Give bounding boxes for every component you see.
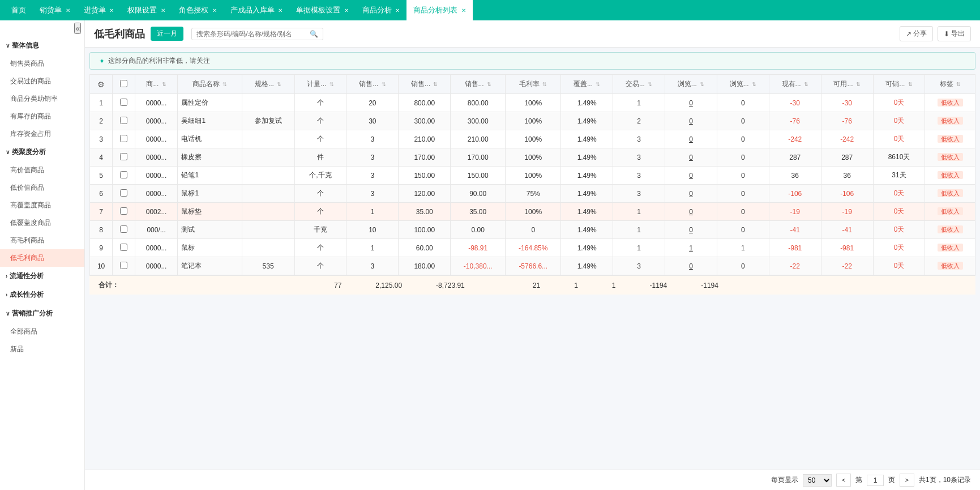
col-unit[interactable]: 计量... ⇅: [294, 75, 346, 94]
sidebar-item-stock-capital[interactable]: 库存资金占用: [0, 125, 84, 143]
row-browse1[interactable]: 0: [665, 130, 717, 148]
sidebar-item-category-rate[interactable]: 商品分类助销率: [0, 90, 84, 108]
sidebar-group-marketing[interactable]: ∨营销推广分析: [0, 304, 84, 323]
row-spec: [242, 203, 294, 221]
sidebar-item-new-products[interactable]: 新品: [0, 340, 84, 358]
row-browse1[interactable]: 0: [665, 148, 717, 167]
sidebar-item-high-profit[interactable]: 高毛利商品: [0, 232, 84, 249]
col-transaction[interactable]: 交易... ⇅: [613, 75, 665, 94]
row-checkbox[interactable]: [113, 185, 135, 203]
sidebar-item-in-stock[interactable]: 有库存的商品: [0, 108, 84, 125]
row-browse1[interactable]: 0: [665, 112, 717, 130]
row-checkbox[interactable]: [113, 148, 135, 167]
row-select-checkbox[interactable]: [120, 171, 127, 178]
row-browse1[interactable]: 0: [665, 257, 717, 275]
nav-role[interactable]: 角色授权 ✕: [172, 0, 224, 20]
sidebar-item-sales-products[interactable]: 销售类商品: [0, 55, 84, 73]
row-unit: 个: [294, 203, 346, 221]
row-select-checkbox[interactable]: [120, 207, 127, 215]
row-coverage: 1.49%: [561, 185, 613, 203]
row-checkbox[interactable]: [113, 94, 135, 112]
row-checkbox[interactable]: [113, 203, 135, 221]
sidebar-item-low-value[interactable]: 低价值商品: [0, 179, 84, 197]
nav-purchase[interactable]: 进货单 ✕: [77, 0, 121, 20]
share-button[interactable]: ↗ 分享: [900, 26, 933, 41]
col-sales-profit[interactable]: 销售... ⇅: [451, 75, 506, 94]
row-select-checkbox[interactable]: [120, 117, 127, 124]
col-spec[interactable]: 规格... ⇅: [242, 75, 294, 94]
row-checkbox[interactable]: [113, 112, 135, 130]
nav-product-analysis-list[interactable]: 商品分析列表 ✕: [406, 0, 473, 20]
row-saleable: 0天: [873, 185, 925, 203]
col-checkbox[interactable]: [113, 75, 135, 94]
row-sales-qty: 10: [346, 221, 399, 239]
select-all-checkbox[interactable]: [120, 80, 127, 87]
search-icon[interactable]: 🔍: [310, 30, 318, 38]
nav-sales[interactable]: 销货单 ✕: [33, 0, 77, 20]
search-input[interactable]: [196, 30, 310, 38]
row-browse1[interactable]: 0: [665, 185, 717, 203]
row-coverage: 1.49%: [561, 94, 613, 112]
row-browse1[interactable]: 0: [665, 167, 717, 185]
sidebar-item-high-value[interactable]: 高价值商品: [0, 161, 84, 179]
table-row: 9 0000... 鼠标 个 1 60.00 -98.91 -164.85% 1…: [90, 239, 975, 257]
filter-month-button[interactable]: 近一月: [151, 27, 183, 41]
total-label: 合计：: [99, 280, 119, 290]
col-browse2[interactable]: 浏览... ⇅: [717, 75, 769, 94]
row-checkbox[interactable]: [113, 167, 135, 185]
sidebar-item-low-coverage[interactable]: 低覆盖度商品: [0, 214, 84, 232]
row-select-checkbox[interactable]: [120, 135, 127, 142]
nav-permissions[interactable]: 权限设置 ✕: [121, 0, 172, 20]
row-checkbox[interactable]: [113, 257, 135, 275]
sidebar-item-all-products[interactable]: 全部商品: [0, 323, 84, 340]
row-saleable: 0天: [873, 112, 925, 130]
nav-template[interactable]: 单据模板设置 ✕: [289, 0, 356, 20]
nav-product-analysis[interactable]: 商品分析 ✕: [356, 0, 407, 20]
col-available[interactable]: 可用... ⇅: [821, 75, 873, 94]
row-select-checkbox[interactable]: [120, 225, 127, 233]
sidebar-item-high-coverage[interactable]: 高覆盖度商品: [0, 197, 84, 214]
export-button[interactable]: ⬇ 导出: [938, 26, 971, 41]
col-tag[interactable]: 标签 ⇅: [925, 75, 975, 94]
sidebar-collapse-button[interactable]: «: [74, 23, 81, 34]
col-coverage[interactable]: 覆盖... ⇅: [561, 75, 613, 94]
row-sales-price: 800.00: [399, 94, 451, 112]
col-current-stock[interactable]: 现有... ⇅: [769, 75, 821, 94]
row-browse1[interactable]: 0: [665, 221, 717, 239]
prev-page-button[interactable]: ＜: [836, 474, 851, 487]
arrow-icon: ∨: [6, 149, 10, 155]
sidebar-item-traded[interactable]: 交易过的商品: [0, 73, 84, 90]
col-settings[interactable]: ⚙: [90, 75, 113, 94]
col-saleable[interactable]: 可销... ⇅: [873, 75, 925, 94]
row-select-checkbox[interactable]: [120, 189, 127, 197]
nav-home[interactable]: 首页: [5, 0, 33, 20]
notice-text: 这部分商品的利润非常低，请关注: [108, 56, 210, 66]
row-select-checkbox[interactable]: [120, 99, 127, 106]
sidebar-group-growth[interactable]: ›成长性分析: [0, 286, 84, 304]
row-browse1[interactable]: 1: [665, 239, 717, 257]
row-browse1[interactable]: 0: [665, 94, 717, 112]
row-checkbox[interactable]: [113, 130, 135, 148]
row-select-checkbox[interactable]: [120, 153, 127, 160]
col-sales-qty[interactable]: 销售... ⇅: [346, 75, 399, 94]
row-select-checkbox[interactable]: [120, 262, 127, 269]
col-browse1[interactable]: 浏览... ⇅: [665, 75, 717, 94]
row-coverage: 1.49%: [561, 221, 613, 239]
col-gross-rate[interactable]: 毛利率 ⇅: [506, 75, 561, 94]
col-sales-price[interactable]: 销售... ⇅: [399, 75, 451, 94]
col-code[interactable]: 商... ⇅: [135, 75, 178, 94]
row-sales-price: 180.00: [399, 257, 451, 275]
row-checkbox[interactable]: [113, 239, 135, 257]
row-checkbox[interactable]: [113, 221, 135, 239]
sidebar-group-circulation[interactable]: ›流通性分析: [0, 267, 84, 286]
nav-product-entry[interactable]: 产成品入库单 ✕: [224, 0, 290, 20]
sidebar-group-overall[interactable]: ∨整体信息: [0, 36, 84, 55]
next-page-button[interactable]: ＞: [900, 474, 914, 487]
row-browse1[interactable]: 0: [665, 203, 717, 221]
col-name[interactable]: 商品名称 ⇅: [178, 75, 242, 94]
table-wrapper[interactable]: ⚙ 商... ⇅ 商品名称 ⇅ 规格... ⇅ 计量... ⇅ 销售... ⇅ …: [89, 74, 975, 465]
per-page-select[interactable]: 50 100: [803, 474, 832, 487]
sidebar-group-cluster[interactable]: ∨类聚度分析: [0, 143, 84, 161]
sidebar-item-low-profit[interactable]: 低毛利商品: [0, 249, 84, 267]
row-select-checkbox[interactable]: [120, 244, 127, 251]
